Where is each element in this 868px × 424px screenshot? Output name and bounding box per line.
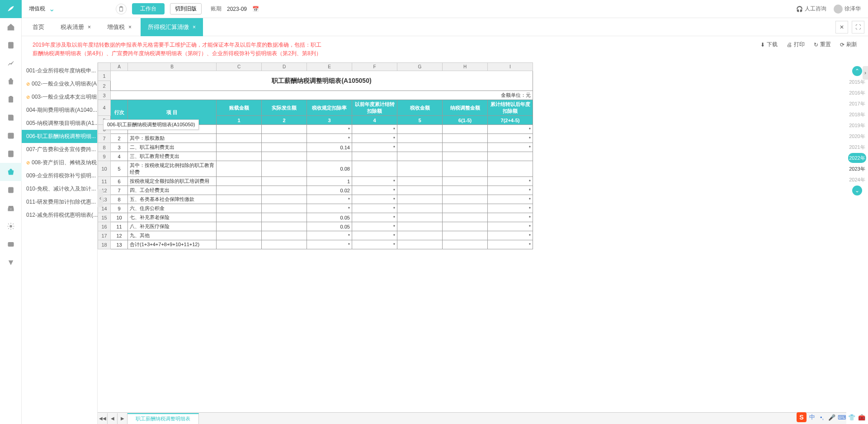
cell[interactable]: * bbox=[352, 177, 397, 186]
cell[interactable] bbox=[443, 222, 488, 231]
cell[interactable]: 四、工会经费支出 bbox=[128, 186, 217, 195]
cell[interactable] bbox=[397, 125, 443, 134]
cell[interactable] bbox=[262, 222, 307, 231]
form-list-item[interactable]: ⊘002-一般企业收入明细表(A... bbox=[22, 77, 97, 91]
cell[interactable]: 2 bbox=[111, 134, 128, 143]
cell[interactable]: * bbox=[352, 213, 397, 222]
cell[interactable]: 其中：股权激励 bbox=[128, 134, 217, 143]
cell[interactable]: 13 bbox=[111, 240, 128, 249]
ime-skin-icon[interactable]: 👕 bbox=[847, 413, 856, 422]
form-list-item[interactable]: 007-广告费和业务宣传费跨... bbox=[22, 143, 97, 156]
form-list-item[interactable]: 004-期间费用明细表(A1040... bbox=[22, 104, 97, 117]
cell[interactable] bbox=[397, 222, 443, 231]
ime-toolbox-icon[interactable]: 🧰 bbox=[857, 413, 866, 422]
cell[interactable]: 6 bbox=[111, 177, 128, 186]
cell[interactable]: 七、补充养老保险 bbox=[128, 213, 217, 222]
cell[interactable] bbox=[262, 195, 307, 204]
cell[interactable] bbox=[262, 125, 307, 134]
cell[interactable]: * bbox=[307, 134, 352, 143]
form-list-item[interactable]: 005-纳税调整项目明细表(A1... bbox=[22, 117, 97, 130]
close-icon[interactable]: × bbox=[193, 24, 196, 30]
cell[interactable] bbox=[217, 213, 262, 222]
cell[interactable] bbox=[443, 125, 488, 134]
year-down-button[interactable]: ⌄ bbox=[852, 186, 862, 195]
cell[interactable]: 0.14 bbox=[307, 143, 352, 152]
nav-settings-icon[interactable] bbox=[0, 217, 22, 235]
nav-clipboard-icon[interactable] bbox=[0, 91, 22, 109]
nav-video-icon[interactable] bbox=[0, 235, 22, 253]
download-button[interactable]: ⬇下载 bbox=[760, 41, 778, 48]
cell[interactable]: 纳税调整金额 bbox=[443, 100, 488, 116]
cell[interactable]: 三、职工教育经费支出 bbox=[128, 152, 217, 161]
cell[interactable]: * bbox=[488, 125, 533, 134]
cell[interactable] bbox=[262, 204, 307, 213]
user-menu[interactable]: 徐泽华 bbox=[834, 5, 861, 14]
cell[interactable]: 5 bbox=[397, 116, 443, 125]
cell[interactable]: 7 bbox=[111, 186, 128, 195]
cell[interactable] bbox=[443, 195, 488, 204]
cell[interactable]: 0.08 bbox=[307, 161, 352, 177]
cell[interactable] bbox=[217, 222, 262, 231]
cell[interactable] bbox=[397, 143, 443, 152]
cell[interactable] bbox=[443, 204, 488, 213]
form-list-item[interactable]: ⊘008-资产折旧、摊销及纳税... bbox=[22, 156, 97, 169]
cell[interactable]: 九、其他 bbox=[128, 231, 217, 240]
app-logo[interactable] bbox=[0, 0, 22, 18]
cell[interactable] bbox=[443, 177, 488, 186]
sheet-nav-first[interactable]: ◀◀ bbox=[98, 413, 108, 424]
cell[interactable] bbox=[397, 177, 443, 186]
cell[interactable] bbox=[262, 231, 307, 240]
cell[interactable]: 账载金额 bbox=[217, 100, 262, 116]
cell[interactable]: 0.05 bbox=[307, 222, 352, 231]
cell[interactable]: 11 bbox=[111, 222, 128, 231]
cell[interactable]: * bbox=[488, 222, 533, 231]
cell[interactable]: 0.05 bbox=[307, 213, 352, 222]
ime-mic-icon[interactable]: 🎤 bbox=[827, 413, 836, 422]
cell[interactable]: * bbox=[307, 240, 352, 249]
calendar-icon[interactable]: 📅 bbox=[252, 6, 259, 12]
collapse-left-handle[interactable]: ‹ bbox=[98, 189, 103, 207]
expand-tab-icon[interactable]: ⛶ bbox=[852, 21, 864, 33]
cell[interactable]: * bbox=[488, 186, 533, 195]
cell[interactable] bbox=[262, 161, 307, 177]
cell[interactable]: 10 bbox=[111, 213, 128, 222]
cell[interactable] bbox=[217, 204, 262, 213]
cell[interactable] bbox=[443, 240, 488, 249]
cell[interactable] bbox=[262, 177, 307, 186]
year-option[interactable]: 2022年 bbox=[848, 153, 866, 163]
workspace-button[interactable]: 工作台 bbox=[132, 3, 165, 14]
cell[interactable]: 以前年度累计结转扣除额 bbox=[352, 100, 397, 116]
cell[interactable] bbox=[397, 152, 443, 161]
cell[interactable] bbox=[397, 161, 443, 177]
switch-old-version-button[interactable]: 切到旧版 bbox=[170, 3, 202, 14]
nav-chart-icon[interactable] bbox=[0, 54, 22, 72]
tax-type-dropdown[interactable]: 增值税 ⌄ bbox=[29, 5, 110, 13]
cell[interactable] bbox=[443, 134, 488, 143]
sheet-grid[interactable]: ABCDEFGHI1职工薪酬纳税调整明细表(A105050)23金额单位：元4行… bbox=[98, 62, 846, 412]
cell[interactable]: * bbox=[488, 213, 533, 222]
ime-logo-icon[interactable]: S bbox=[797, 412, 807, 422]
cell[interactable] bbox=[217, 143, 262, 152]
cell[interactable]: * bbox=[352, 134, 397, 143]
cell[interactable] bbox=[397, 186, 443, 195]
page-tab[interactable]: 税表清册× bbox=[53, 18, 98, 36]
cell[interactable]: 6(1-5) bbox=[443, 116, 488, 125]
cell[interactable]: 12 bbox=[111, 231, 128, 240]
form-list-item[interactable]: ⊘003-一般企业成本支出明细... bbox=[22, 91, 97, 104]
form-list-item[interactable]: 012-减免所得税优惠明细表(... bbox=[22, 209, 97, 222]
cell[interactable] bbox=[397, 134, 443, 143]
cell[interactable]: 职工薪酬纳税调整明细表(A105050) bbox=[111, 71, 533, 91]
form-list-item[interactable]: 010-免税、减计收入及加计... bbox=[22, 182, 97, 195]
cell[interactable] bbox=[217, 152, 262, 161]
form-list-item[interactable]: 001-企业所得税年度纳税申... bbox=[22, 64, 97, 77]
nav-inbox-icon[interactable] bbox=[0, 199, 22, 217]
cell[interactable]: 2 bbox=[262, 116, 307, 125]
close-tab-icon[interactable]: ✕ bbox=[835, 21, 848, 33]
cell[interactable]: 5 bbox=[111, 161, 128, 177]
cell[interactable] bbox=[443, 231, 488, 240]
cell[interactable] bbox=[307, 152, 352, 161]
cell[interactable]: 其中：按税收规定比例扣除的职工教育经费 bbox=[128, 161, 217, 177]
cell[interactable] bbox=[488, 161, 533, 177]
cell[interactable]: 0.02 bbox=[307, 186, 352, 195]
clipboard-icon-button[interactable] bbox=[116, 4, 127, 14]
